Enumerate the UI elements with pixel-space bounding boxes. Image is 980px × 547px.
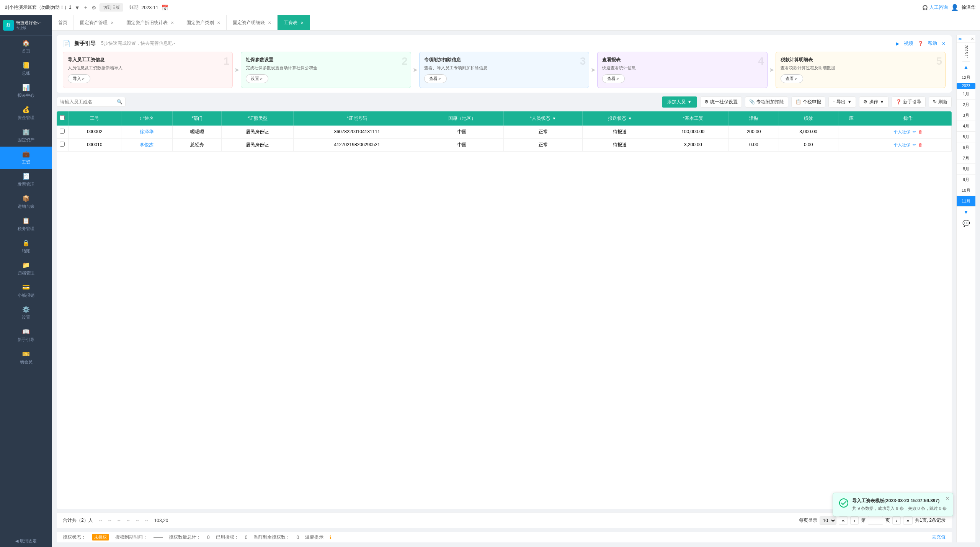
row-1-name[interactable]: 徐泽华 — [121, 126, 173, 139]
col-name[interactable]: ↕ *姓名 — [121, 111, 173, 126]
ai-consult-button[interactable]: 🎧 人工咨询 — [922, 4, 948, 11]
add-account-icon[interactable]: ＋ — [83, 4, 88, 11]
operations-button[interactable]: ⚙ 操作 ▼ — [859, 96, 889, 108]
col-status[interactable]: *人员状态 ▼ — [503, 111, 582, 126]
tab-fixed-depreciation[interactable]: 固定资产折旧统计表 ✕ — [120, 15, 180, 30]
summary-dash-3: -- — [118, 518, 121, 523]
feedback-icon[interactable]: 💬 — [960, 217, 972, 229]
step-5-btn[interactable]: 查看＞ — [781, 74, 803, 83]
sidebar-item-archive[interactable]: 📁 归档管理 — [0, 258, 52, 280]
row-2-edit-icon[interactable]: ✏ — [913, 142, 916, 147]
col-report-status[interactable]: 报送状态 ▼ — [583, 111, 657, 126]
row-1-delete-icon[interactable]: 🗑 — [918, 129, 923, 134]
step-1-btn[interactable]: 导入＞ — [68, 74, 90, 83]
sidebar-item-asset[interactable]: 🏢 固定资产 — [0, 124, 52, 147]
tax-declare-button[interactable]: 📋 个税申报 — [791, 96, 825, 108]
tab-home[interactable]: 首页 — [52, 15, 74, 30]
row-2-checkbox[interactable] — [60, 142, 65, 147]
tab-bar: 首页 固定资产管理 ✕ 固定资产折旧统计表 ✕ 固定资产类别 ✕ 固定资产明细账… — [52, 15, 980, 31]
sidebar-item-salary[interactable]: 💼 工资 — [0, 147, 52, 169]
period-value[interactable]: 2023-11 — [142, 5, 158, 10]
month-11[interactable]: 11月 — [957, 196, 975, 207]
sidebar-item-ledger[interactable]: 📒 总账 — [0, 58, 52, 80]
month-10[interactable]: 10月 — [957, 185, 975, 196]
sidebar-item-invoice[interactable]: 🧾 发票管理 — [0, 169, 52, 191]
nav-down-button[interactable]: ▼ — [961, 207, 971, 217]
intro-close-button[interactable]: ✕ — [942, 41, 946, 46]
month-6[interactable]: 6月 — [957, 142, 975, 153]
sidebar-item-home[interactable]: 🏠 首页 — [0, 36, 52, 58]
new-guide-button[interactable]: ❓ 新手引导 — [892, 96, 926, 108]
prev-page-button[interactable]: ‹ — [850, 516, 859, 525]
row-2-delete-icon[interactable]: 🗑 — [918, 142, 923, 147]
social-insurance-button[interactable]: ⚙ 统一社保设置 — [700, 96, 742, 108]
tab-fixed-detail-close[interactable]: ✕ — [268, 21, 271, 25]
col-operation: 操作 — [865, 111, 951, 126]
sidebar-item-report[interactable]: 📊 报表中心 — [0, 80, 52, 102]
tab-salary[interactable]: 工资表 ✕ — [278, 15, 310, 30]
add-employee-button[interactable]: 添加人员 ▼ — [662, 96, 697, 108]
sidebar-item-expense[interactable]: 💳 小畅报销 — [0, 280, 52, 302]
last-page-button[interactable]: » — [903, 516, 913, 525]
go-charge-link[interactable]: 去充值 — [932, 534, 946, 540]
month-4[interactable]: 4月 — [957, 121, 975, 132]
video-link[interactable]: 视频 — [904, 40, 913, 47]
tab-fixed-detail[interactable]: 固定资产明细账 ✕ — [227, 15, 278, 30]
row-2-social-insurance-link[interactable]: 个人社保 — [893, 142, 910, 148]
month-9[interactable]: 9月 — [957, 175, 975, 185]
sidebar-item-close[interactable]: 🔒 结账 — [0, 235, 52, 258]
next-page-button[interactable]: › — [892, 516, 901, 525]
row-1-social-insurance-link[interactable]: 个人社保 — [893, 129, 910, 135]
settings-icon[interactable]: ⚙ — [91, 5, 96, 11]
special-deduct-button[interactable]: 📎 专项附加扣除 — [745, 96, 788, 108]
month-12[interactable]: 12月 — [957, 72, 975, 83]
month-3[interactable]: 3月 — [957, 110, 975, 121]
current-page-input[interactable]: 1 — [868, 516, 883, 525]
tab-fixed-category-close[interactable]: ✕ — [217, 21, 220, 25]
month-7[interactable]: 7月 — [957, 153, 975, 164]
sidebar-item-guide[interactable]: 📖 新手引导 — [0, 324, 52, 346]
tab-fixed-asset-close[interactable]: ✕ — [111, 21, 114, 25]
tab-fixed-category[interactable]: 固定资产类别 ✕ — [180, 15, 227, 30]
calendar-icon[interactable]: 📅 — [162, 5, 168, 11]
select-all-header[interactable] — [57, 111, 68, 126]
row-2-name[interactable]: 李俊杰 — [121, 138, 173, 151]
row-1-checkbox-cell[interactable] — [57, 126, 68, 139]
toast-title: 导入工资表模板(2023-03-23 15:07:59.897) — [852, 498, 947, 504]
month-1[interactable]: 1月 — [957, 89, 975, 100]
tab-fixed-depreciation-close[interactable]: ✕ — [171, 21, 174, 25]
tab-salary-close[interactable]: ✕ — [301, 21, 304, 25]
page-size-select[interactable]: 10 20 50 — [820, 516, 836, 525]
panel-expand-icon[interactable]: ≫ — [958, 37, 962, 41]
search-icon[interactable]: 🔍 — [117, 99, 122, 105]
refresh-button[interactable]: ↻ 刷新 — [929, 96, 952, 108]
tab-fixed-asset[interactable]: 固定资产管理 ✕ — [74, 15, 120, 30]
step-4-btn[interactable]: 查看＞ — [602, 74, 625, 83]
expense-icon: 💳 — [22, 284, 30, 291]
month-8[interactable]: 8月 — [957, 164, 975, 175]
row-2-checkbox-cell[interactable] — [57, 138, 68, 151]
tax-declare-icon: 📋 — [795, 99, 801, 105]
old-version-button[interactable]: 切到旧版 — [100, 3, 123, 11]
row-1-checkbox[interactable] — [60, 129, 65, 134]
search-input[interactable] — [57, 97, 126, 107]
sidebar-item-tax[interactable]: 📋 税务管理 — [0, 213, 52, 235]
cancel-fixed-button[interactable]: ◀ 取消固定 — [0, 535, 52, 547]
row-1-edit-icon[interactable]: ✏ — [913, 129, 916, 134]
select-all-checkbox[interactable] — [60, 115, 65, 120]
month-2[interactable]: 2月 — [957, 100, 975, 110]
month-5[interactable]: 5月 — [957, 132, 975, 142]
panel-close-icon[interactable]: ✕ — [971, 37, 974, 41]
toast-close-button[interactable]: ✕ — [945, 495, 950, 501]
first-page-button[interactable]: « — [839, 516, 848, 525]
nav-up-button[interactable]: ▲ — [961, 62, 971, 72]
step-2-btn[interactable]: 设置＞ — [246, 74, 268, 83]
step-3-btn[interactable]: 查看＞ — [424, 74, 447, 83]
sidebar-item-member[interactable]: 🎫 畅会员 — [0, 346, 52, 369]
sidebar-item-purchase[interactable]: 📦 进销台账 — [0, 191, 52, 213]
account-dropdown-icon[interactable]: ▼ — [75, 5, 80, 11]
sidebar-item-settings[interactable]: ⚙️ 设置 — [0, 302, 52, 324]
sidebar-item-fund[interactable]: 💰 资金管理 — [0, 102, 52, 124]
export-button[interactable]: ↑ 导出 ▼ — [828, 96, 856, 108]
help-link[interactable]: 帮助 — [928, 40, 937, 47]
